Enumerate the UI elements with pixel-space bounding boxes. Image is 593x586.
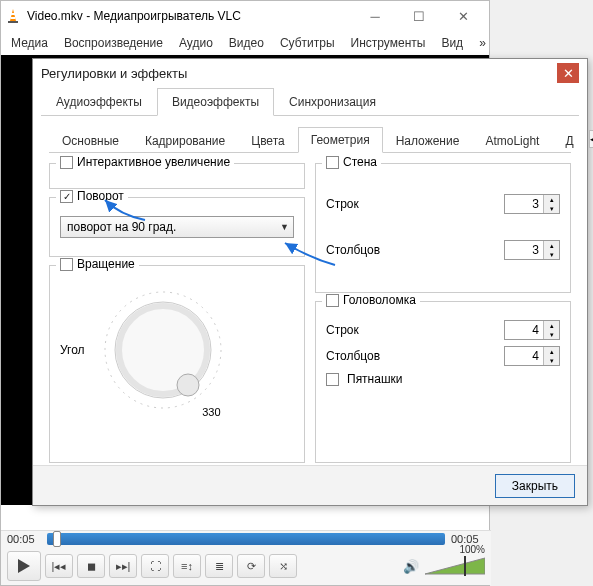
fullscreen-button[interactable]: ⛶: [141, 554, 169, 578]
spinner-down-icon[interactable]: ▾: [544, 250, 559, 259]
wall-label: Стена: [343, 155, 377, 169]
fifteen-checkbox[interactable]: [326, 373, 339, 386]
puzzle-group: Головоломка Строк ▴▾ Столбцов: [315, 301, 571, 463]
menu-media[interactable]: Медиа: [5, 34, 54, 52]
menu-overflow[interactable]: »: [473, 34, 494, 52]
extended-settings-button[interactable]: ≡↕: [173, 554, 201, 578]
shuffle-button[interactable]: ⤭: [269, 554, 297, 578]
speaker-icon[interactable]: 🔊: [403, 559, 419, 574]
wall-cols-input[interactable]: [505, 243, 543, 257]
dialog-close-button[interactable]: ✕: [557, 63, 579, 83]
vlc-logo-icon: [5, 8, 21, 24]
menubar: Медиа Воспроизведение Аудио Видео Субтит…: [1, 31, 489, 55]
play-icon: [18, 559, 30, 573]
angle-value: 330: [202, 406, 220, 418]
puzzle-rows-label: Строк: [326, 323, 496, 337]
wall-rows-input[interactable]: [505, 197, 543, 211]
puzzle-label: Головоломка: [343, 293, 416, 307]
wall-cols-spinner[interactable]: ▴▾: [504, 240, 560, 260]
chevron-down-icon: ▼: [280, 222, 289, 232]
subtab-crop[interactable]: Кадрирование: [132, 128, 238, 153]
subtab-more-truncated[interactable]: Д: [552, 128, 586, 153]
spinner-up-icon[interactable]: ▴: [544, 347, 559, 356]
rotation-label: Вращение: [77, 257, 135, 271]
rotate-group: ✓ Поворот поворот на 90 град. ▼: [49, 197, 305, 257]
rotate-checkbox[interactable]: ✓: [60, 190, 73, 203]
dialog-title: Регулировки и эффекты: [41, 66, 557, 81]
puzzle-cols-spinner[interactable]: ▴▾: [504, 346, 560, 366]
angle-label: Угол: [60, 343, 85, 357]
wall-rows-spinner[interactable]: ▴▾: [504, 194, 560, 214]
effects-dialog: Регулировки и эффекты ✕ Аудиоэффекты Вид…: [32, 58, 588, 506]
spinner-down-icon[interactable]: ▾: [544, 356, 559, 365]
wall-group: Стена Строк ▴▾ Столбцов ▴▾: [315, 163, 571, 293]
interactive-zoom-checkbox[interactable]: [60, 156, 73, 169]
spinner-up-icon[interactable]: ▴: [544, 195, 559, 204]
menu-audio[interactable]: Аудио: [173, 34, 219, 52]
close-window-button[interactable]: ✕: [441, 2, 485, 30]
rotate-label: Поворот: [77, 189, 124, 203]
stop-button[interactable]: ◼: [77, 554, 105, 578]
menu-view[interactable]: Вид: [435, 34, 469, 52]
subtab-colors[interactable]: Цвета: [238, 128, 297, 153]
fifteen-label: Пятнашки: [347, 372, 403, 386]
wall-checkbox[interactable]: [326, 156, 339, 169]
svg-marker-4: [18, 559, 30, 573]
interactive-zoom-label: Интерактивное увеличение: [77, 155, 230, 169]
close-button[interactable]: Закрыть: [495, 474, 575, 498]
volume-percent: 100%: [459, 544, 485, 555]
puzzle-cols-label: Столбцов: [326, 349, 496, 363]
window-title: Video.mkv - Медиапроигрыватель VLC: [27, 9, 353, 23]
tab-sync[interactable]: Синхронизация: [274, 88, 391, 116]
prev-track-button[interactable]: |◂◂: [45, 554, 73, 578]
svg-rect-3: [8, 21, 18, 23]
dialog-footer: Закрыть: [33, 465, 587, 505]
svg-rect-1: [11, 13, 15, 15]
maximize-button[interactable]: ☐: [397, 2, 441, 30]
spinner-down-icon[interactable]: ▾: [544, 330, 559, 339]
main-tabs: Аудиоэффекты Видеоэффекты Синхронизация: [41, 87, 579, 116]
volume-slider[interactable]: 100%: [425, 556, 485, 576]
playlist-button[interactable]: ≣: [205, 554, 233, 578]
puzzle-rows-input[interactable]: [505, 323, 543, 337]
subtab-geometry[interactable]: Геометрия: [298, 127, 383, 153]
spinner-up-icon[interactable]: ▴: [544, 241, 559, 250]
titlebar: Video.mkv - Медиапроигрыватель VLC ─ ☐ ✕: [1, 1, 489, 31]
svg-point-10: [177, 374, 199, 396]
angle-dial[interactable]: 330: [93, 280, 233, 420]
sub-tabs: Основные Кадрирование Цвета Геометрия На…: [49, 126, 571, 153]
puzzle-cols-input[interactable]: [505, 349, 543, 363]
spinner-up-icon[interactable]: ▴: [544, 321, 559, 330]
subtab-overlay[interactable]: Наложение: [383, 128, 473, 153]
player-controls: 00:05 00:05 |◂◂ ◼ ▸▸| ⛶ ≡↕ ≣ ⟳ ⤭ 🔊 100%: [1, 530, 491, 585]
rotate-combo-value: поворот на 90 град.: [67, 220, 176, 234]
spinner-down-icon[interactable]: ▾: [544, 204, 559, 213]
wall-rows-label: Строк: [326, 197, 496, 211]
menu-subtitles[interactable]: Субтитры: [274, 34, 341, 52]
tab-scroll-left[interactable]: ◂: [589, 130, 593, 148]
tab-video-effects[interactable]: Видеоэффекты: [157, 88, 274, 116]
puzzle-rows-spinner[interactable]: ▴▾: [504, 320, 560, 340]
rotation-checkbox[interactable]: [60, 258, 73, 271]
seek-slider[interactable]: [47, 533, 445, 545]
time-elapsed: 00:05: [7, 533, 41, 545]
subtab-basic[interactable]: Основные: [49, 128, 132, 153]
rotate-combo[interactable]: поворот на 90 град. ▼: [60, 216, 294, 238]
menu-video[interactable]: Видео: [223, 34, 270, 52]
play-button[interactable]: [7, 551, 41, 581]
puzzle-checkbox[interactable]: [326, 294, 339, 307]
minimize-button[interactable]: ─: [353, 2, 397, 30]
seek-thumb[interactable]: [53, 531, 61, 547]
subtab-atmolight[interactable]: AtmoLight: [472, 128, 552, 153]
next-track-button[interactable]: ▸▸|: [109, 554, 137, 578]
tab-audio-effects[interactable]: Аудиоэффекты: [41, 88, 157, 116]
svg-rect-2: [11, 17, 16, 19]
loop-button[interactable]: ⟳: [237, 554, 265, 578]
svg-marker-5: [425, 558, 485, 574]
menu-tools[interactable]: Инструменты: [345, 34, 432, 52]
rotation-group: Вращение Угол 330: [49, 265, 305, 463]
dialog-titlebar: Регулировки и эффекты ✕: [33, 59, 587, 87]
wall-cols-label: Столбцов: [326, 243, 496, 257]
menu-playback[interactable]: Воспроизведение: [58, 34, 169, 52]
interactive-zoom-group: Интерактивное увеличение: [49, 163, 305, 189]
